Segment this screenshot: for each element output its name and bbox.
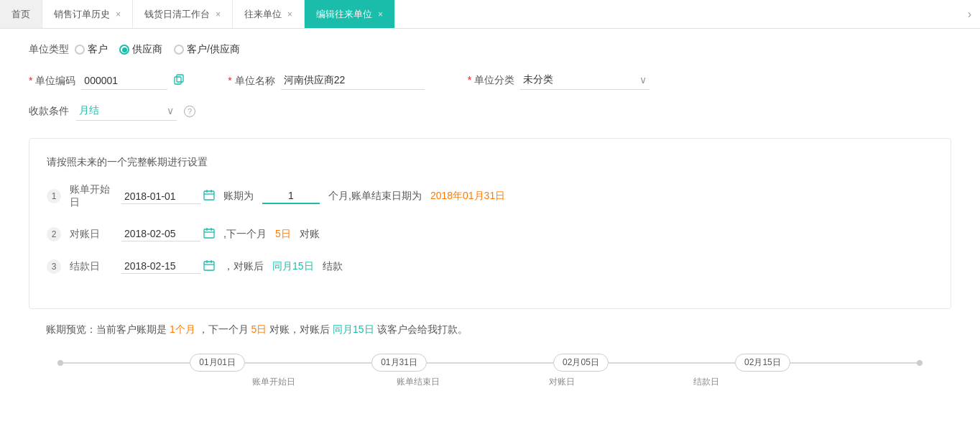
tab-cash-work-close[interactable]: × xyxy=(216,9,221,19)
timeline-node-2: 01月31日 xyxy=(371,354,427,372)
timeline-segment-5 xyxy=(790,362,917,364)
unit-type-radio-group: 客户 供应商 客户/供应商 xyxy=(75,43,240,56)
tab-home[interactable]: 首页 xyxy=(0,0,42,28)
tab-sales-order-close[interactable]: × xyxy=(116,9,121,19)
svg-rect-0 xyxy=(175,77,181,84)
timeline-badge-1: 01月01日 xyxy=(190,354,245,372)
timeline-badge-4: 02月15日 xyxy=(735,354,790,372)
reconcile-date-calendar-icon[interactable] xyxy=(203,227,215,242)
unit-category-dropdown-icon: ∨ xyxy=(639,74,647,86)
svg-rect-10 xyxy=(204,262,214,270)
payment-desc-highlight: 同月15日 xyxy=(272,260,314,273)
timeline-segment-3 xyxy=(427,362,553,364)
tab-partner-unit[interactable]: 往来单位 × xyxy=(233,0,305,28)
unit-category-label: 单位分类 xyxy=(468,74,514,87)
unit-code-copy-icon[interactable] xyxy=(173,74,185,88)
unit-name-input[interactable] xyxy=(281,72,425,90)
setting-row-1: 1 账单开始日 账期为 个月,账单结束日期为 2018年01月31日 xyxy=(47,183,933,209)
tab-partner-unit-close[interactable]: × xyxy=(287,9,292,19)
preview-sep2: 对账，对账后 xyxy=(269,323,330,335)
tab-edit-partner-close[interactable]: × xyxy=(378,9,383,19)
unit-code-label: 单位编码 xyxy=(29,75,75,88)
radio-both-label: 客户/供应商 xyxy=(187,43,240,56)
radio-both[interactable]: 客户/供应商 xyxy=(174,43,240,56)
setting-num-1: 1 xyxy=(47,189,61,203)
reconcile-date-input[interactable] xyxy=(121,226,200,242)
radio-customer-circle xyxy=(75,45,85,55)
timeline-badge-3: 02月05日 xyxy=(553,354,609,372)
preview-section: 账期预览：当前客户账期是 1个月 ，下一个月 5日 对账，对账后 同月15日 该… xyxy=(29,323,951,336)
timeline-segment-4 xyxy=(609,362,735,364)
radio-both-circle xyxy=(174,45,184,55)
timeline-node-3: 02月05日 xyxy=(553,354,609,372)
timeline-section: 01月01日 01月31日 02月05日 02月15日 账单开始日 xyxy=(29,354,951,388)
setting-row-2: 2 对账日 ,下一个月 5日 对账 xyxy=(47,226,933,242)
timeline-segment-2 xyxy=(245,362,371,364)
settings-title: 请按照未来的一个完整帐期进行设置 xyxy=(47,156,933,169)
preview-part3: 同月15日 xyxy=(333,323,374,335)
timeline-start-dot xyxy=(57,360,63,366)
payment-desc-pre: ，对账后 xyxy=(223,260,264,273)
date-input-wrapper-1 xyxy=(121,189,215,204)
svg-rect-6 xyxy=(204,229,214,238)
tab-edit-partner-label: 编辑往来单位 xyxy=(316,8,372,21)
payment-condition-label: 收款条件 xyxy=(29,105,69,118)
unit-type-row: 单位类型 客户 供应商 客户/供应商 xyxy=(29,43,951,56)
timeline-label-2: 账单结束日 xyxy=(397,376,440,388)
period-unit: 个月,账单结束日期为 xyxy=(328,190,422,203)
setting-label-2: 对账日 xyxy=(70,228,113,241)
preview-label: 账期预览：当前客户账期是 xyxy=(46,323,167,335)
payment-date-input[interactable] xyxy=(121,259,200,274)
preview-part2: 5日 xyxy=(251,323,267,335)
setting-row-3: 3 结款日 ，对账后 同月15日 结款 xyxy=(47,259,933,274)
unit-type-group: 单位类型 客户 供应商 客户/供应商 xyxy=(29,43,240,56)
unit-info-row: 单位编码 单位名称 单位分类 未分类 ∨ xyxy=(29,70,951,90)
setting-num-3: 3 xyxy=(47,259,61,274)
unit-category-value: 未分类 xyxy=(523,73,639,86)
payment-condition-row: 收款条件 月结 ∨ ? xyxy=(29,101,951,121)
unit-name-label: 单位名称 xyxy=(228,75,274,88)
timeline-badge-2: 01月31日 xyxy=(371,354,427,372)
timeline-label-1: 账单开始日 xyxy=(252,376,295,388)
period-value-input[interactable] xyxy=(262,188,320,204)
start-date-calendar-icon[interactable] xyxy=(203,189,215,203)
settings-panel: 请按照未来的一个完整帐期进行设置 1 账单开始日 账期为 个月,账单结束日期为 xyxy=(29,138,951,309)
main-content: 单位类型 客户 供应商 客户/供应商 单位编码 xyxy=(0,29,980,437)
radio-supplier-circle xyxy=(119,45,129,55)
date-input-wrapper-3 xyxy=(121,259,215,274)
timeline-line-container: 01月01日 01月31日 02月05日 02月15日 xyxy=(57,354,923,372)
setting-num-2: 2 xyxy=(47,227,61,242)
preview-sep1: ，下一个月 xyxy=(198,323,249,335)
help-icon[interactable]: ? xyxy=(184,106,195,117)
timeline-node-4: 02月15日 xyxy=(735,354,790,372)
payment-date-calendar-icon[interactable] xyxy=(203,259,215,274)
timeline-label-3: 对账日 xyxy=(549,376,575,388)
svg-rect-1 xyxy=(177,75,183,82)
timeline-node-1: 01月01日 xyxy=(190,354,245,372)
tab-cash-work[interactable]: 钱货日清工作台 × xyxy=(133,0,233,28)
tab-edit-partner[interactable]: 编辑往来单位 × xyxy=(305,0,395,28)
payment-condition-dropdown-icon: ∨ xyxy=(167,105,174,116)
start-date-input[interactable] xyxy=(121,189,200,204)
tab-bar: 首页 销售订单历史 × 钱货日清工作台 × 往来单位 × 编辑往来单位 × › xyxy=(0,0,980,29)
unit-code-input[interactable] xyxy=(81,72,167,90)
setting-label-3: 结款日 xyxy=(70,260,113,273)
radio-supplier[interactable]: 供应商 xyxy=(119,43,162,56)
date-input-wrapper-2 xyxy=(121,226,215,242)
unit-type-label: 单位类型 xyxy=(29,43,69,56)
unit-code-group: 单位编码 xyxy=(29,72,185,90)
radio-customer[interactable]: 客户 xyxy=(75,43,108,56)
tab-more-button[interactable]: › xyxy=(959,8,980,21)
timeline-label-4: 结款日 xyxy=(693,376,719,388)
payment-condition-value: 月结 xyxy=(79,104,167,117)
payment-condition-select[interactable]: 月结 ∨ xyxy=(76,101,177,121)
reconcile-desc-highlight: 5日 xyxy=(275,228,291,241)
reconcile-desc-post: 对账 xyxy=(300,228,320,241)
payment-desc-post: 结款 xyxy=(323,260,343,273)
unit-category-select[interactable]: 未分类 ∨ xyxy=(520,70,650,90)
tab-sales-order-label: 销售订单历史 xyxy=(54,8,110,21)
tab-cash-work-label: 钱货日清工作台 xyxy=(144,8,210,21)
tab-sales-order[interactable]: 销售订单历史 × xyxy=(42,0,133,28)
tab-home-label: 首页 xyxy=(11,8,30,21)
setting-label-1: 账单开始日 xyxy=(70,183,113,209)
